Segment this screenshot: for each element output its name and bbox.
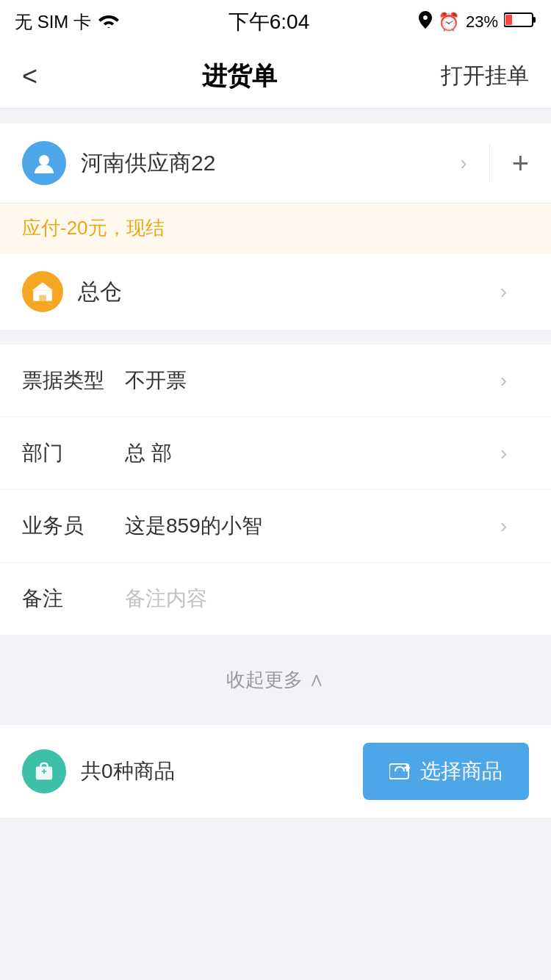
wifi-icon <box>98 12 119 32</box>
status-bar: 无 SIM 卡 下午6:04 ⏰ 23% <box>0 0 551 44</box>
svg-rect-10 <box>43 769 45 774</box>
status-right: ⏰ 23% <box>419 11 536 33</box>
svg-rect-1 <box>533 17 536 23</box>
product-bar: 共0种商品 选择商品 <box>0 725 551 818</box>
back-button[interactable]: < <box>22 61 37 92</box>
warehouse-name: 总仓 <box>78 277 500 307</box>
supplier-row[interactable]: 河南供应商22 › + <box>0 123 551 203</box>
invoice-type-row[interactable]: 票据类型 不开票 › <box>0 345 551 417</box>
remark-row[interactable]: 备注 备注内容 <box>0 563 551 635</box>
invoice-type-chevron-icon: › <box>500 369 507 392</box>
invoice-type-value: 不开票 <box>110 367 500 394</box>
notice-text: 应付-20元，现结 <box>22 217 165 239</box>
salesperson-row[interactable]: 业务员 这是859的小智 › <box>0 490 551 563</box>
section-gap-1 <box>0 109 551 123</box>
select-product-button[interactable]: 选择商品 <box>363 743 529 800</box>
product-count: 共0种商品 <box>81 757 363 785</box>
invoice-type-label: 票据类型 <box>22 367 110 394</box>
form-section: 票据类型 不开票 › 部门 总 部 › 业务员 这是859的小智 › 备注 备注… <box>0 345 551 635</box>
product-icon <box>22 749 66 793</box>
collapse-label: 收起更多 ∧ <box>226 669 324 691</box>
svg-rect-7 <box>39 295 46 301</box>
department-chevron-icon: › <box>500 442 507 465</box>
page-title: 进货单 <box>202 60 277 93</box>
vertical-divider <box>489 145 490 181</box>
warehouse-chevron-icon: › <box>500 280 507 303</box>
nav-bar: < 进货单 打开挂单 <box>0 44 551 109</box>
battery-icon <box>504 12 536 32</box>
department-value: 总 部 <box>110 439 500 467</box>
select-product-label: 选择商品 <box>420 757 503 785</box>
svg-marker-5 <box>32 282 54 290</box>
supplier-section: 河南供应商22 › + 应付-20元，现结 总仓 › <box>0 123 551 330</box>
alarm-icon: ⏰ <box>438 12 460 32</box>
warehouse-icon <box>22 271 63 312</box>
department-label: 部门 <box>22 439 110 467</box>
add-supplier-button[interactable]: + <box>512 147 529 180</box>
location-icon <box>419 11 432 33</box>
svg-rect-2 <box>505 15 512 25</box>
no-sim-text: 无 SIM 卡 <box>15 10 91 34</box>
salesperson-value: 这是859的小智 <box>110 512 500 540</box>
notice-bar: 应付-20元，现结 <box>0 203 551 253</box>
remark-label: 备注 <box>22 585 110 613</box>
page-bottom <box>0 818 551 980</box>
department-row[interactable]: 部门 总 部 › <box>0 417 551 490</box>
battery-text: 23% <box>466 12 498 32</box>
remark-input[interactable]: 备注内容 <box>110 585 529 613</box>
salesperson-chevron-icon: › <box>500 514 507 538</box>
supplier-avatar <box>22 141 66 185</box>
open-pending-button[interactable]: 打开挂单 <box>441 61 529 91</box>
svg-point-3 <box>39 155 49 165</box>
svg-rect-11 <box>389 764 408 779</box>
status-time: 下午6:04 <box>228 8 310 36</box>
status-left: 无 SIM 卡 <box>15 10 119 34</box>
salesperson-label: 业务员 <box>22 512 110 540</box>
supplier-name: 河南供应商22 <box>81 148 460 179</box>
collapse-button[interactable]: 收起更多 ∧ <box>0 649 551 710</box>
supplier-chevron-icon: › <box>460 151 467 175</box>
warehouse-row[interactable]: 总仓 › <box>0 253 551 330</box>
